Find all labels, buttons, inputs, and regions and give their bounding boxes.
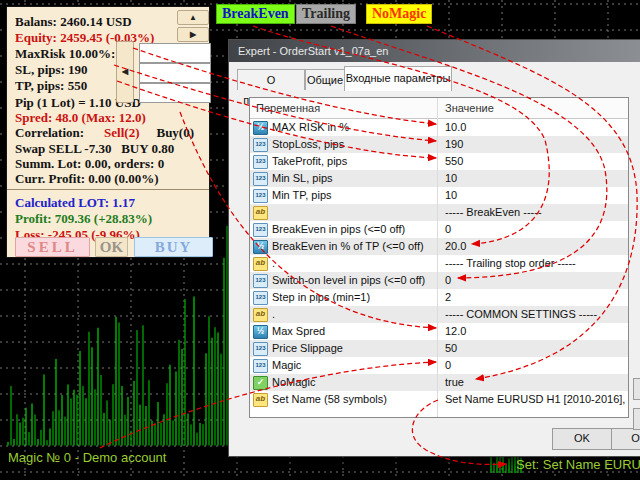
- param-value[interactable]: ----- BreakEven -----: [445, 204, 542, 221]
- param-row[interactable]: 123Price Slippage50: [250, 340, 628, 357]
- param-row[interactable]: 123Min TP, pips10: [250, 187, 628, 204]
- table-rows: ½MAX RISK in %10.0123StopLoss, pips19012…: [250, 119, 628, 408]
- tab-common[interactable]: Общие: [305, 69, 345, 90]
- param-row[interactable]: ½MAX RISK in %10.0: [250, 119, 628, 136]
- param-row[interactable]: ✓NoMagictrue: [250, 374, 628, 391]
- param-label: .: [272, 255, 275, 272]
- param-value[interactable]: 550: [445, 153, 463, 170]
- dialog-ok-button[interactable]: OK: [552, 428, 612, 450]
- summ-lot-text: Summ. Lot: 0.00, orders: 0: [15, 157, 164, 171]
- param-value[interactable]: 0: [445, 357, 451, 374]
- sl-input[interactable]: [139, 63, 211, 83]
- dialog-titlebar[interactable]: Expert - OrderStart v1_07a_en: [229, 40, 640, 62]
- param-value[interactable]: 50: [445, 340, 457, 357]
- panel-ok-button[interactable]: OK: [95, 237, 128, 257]
- param-row[interactable]: ½BreakEven in % of TP (<=0 off)20.0: [250, 238, 628, 255]
- param-row[interactable]: 123Min SL, pips10: [250, 170, 628, 187]
- param-label: MAX RISK in %: [272, 119, 349, 136]
- correlation-label: Correlation:: [15, 125, 84, 140]
- param-row[interactable]: 123BreakEven in pips (<=0 off)0: [250, 221, 628, 238]
- half-icon: ½: [253, 325, 268, 339]
- param-label: BreakEven in % of TP (<=0 off): [272, 238, 424, 255]
- panel-divider: [7, 189, 209, 190]
- tab-about[interactable]: О программе: [237, 69, 305, 90]
- curr-profit-text: Curr. Profit: 0.00 (0.00%): [15, 172, 159, 186]
- param-value[interactable]: true: [445, 374, 464, 391]
- ab-icon: ab: [253, 393, 268, 407]
- right-arrow-icon: ▶: [190, 30, 196, 39]
- param-row[interactable]: ab.----- COMMON SETTINGS -----: [250, 306, 628, 323]
- param-value[interactable]: 0: [445, 221, 451, 238]
- ab-icon: ab: [253, 257, 268, 271]
- param-row[interactable]: 123StopLoss, pips190: [250, 136, 628, 153]
- param-label: NoMagic: [272, 374, 315, 391]
- param-value[interactable]: Set Name EURUSD H1 [2010-2016], etc...: [445, 391, 629, 408]
- param-label: .: [272, 306, 275, 323]
- table-header[interactable]: Переменная Значение: [250, 98, 628, 119]
- param-value[interactable]: 10: [445, 187, 457, 204]
- numeric-icon: 123: [253, 274, 268, 288]
- panel-up-button[interactable]: ▲: [177, 10, 209, 25]
- param-row[interactable]: 123Switch-on level in pips (<=0 off)0: [250, 272, 628, 289]
- param-value[interactable]: ----- COMMON SETTINGS -----: [445, 306, 597, 323]
- buy-button[interactable]: BUY: [134, 237, 213, 257]
- dialog-title: Expert - OrderStart v1_07a_en: [238, 45, 388, 57]
- correlation-buy: Buy(0): [156, 125, 194, 140]
- nomagic-chip[interactable]: NoMagic: [366, 4, 432, 24]
- dialog-cancel-button[interactable]: Отмена: [611, 428, 640, 450]
- param-row[interactable]: 123Step in pips (min=1)2: [250, 289, 628, 306]
- set-status-text: Set: Set Name EURUS: [516, 457, 640, 472]
- param-label: StopLoss, pips: [272, 136, 344, 153]
- expert-properties-dialog: Expert - OrderStart v1_07a_en О программ…: [228, 39, 640, 457]
- swap-text: Swap SELL -7.30 BUY 0.80: [15, 142, 174, 156]
- half-icon: ½: [253, 240, 268, 254]
- numeric-icon: 123: [253, 138, 268, 152]
- terminal-screen: Balans: 2460.14 USD Equity: 2459.45 (-0.…: [0, 0, 640, 480]
- param-label: Min TP, pips: [272, 187, 332, 204]
- param-value[interactable]: 20.0: [445, 238, 466, 255]
- param-row[interactable]: abSet Name (58 symbols)Set Name EURUSD H…: [250, 391, 628, 408]
- sell-button[interactable]: SELL: [15, 237, 90, 257]
- load-button[interactable]: [633, 378, 640, 400]
- param-value[interactable]: 10.0: [445, 119, 466, 136]
- param-value[interactable]: 0: [445, 272, 451, 289]
- numeric-icon: 123: [253, 189, 268, 203]
- bool-icon: ✓: [253, 376, 268, 390]
- param-label: Step in pips (min=1): [272, 289, 370, 306]
- param-label: Min SL, pips: [272, 170, 333, 187]
- param-value[interactable]: ----- Trailing stop order -----: [445, 255, 576, 272]
- numeric-icon: 123: [253, 291, 268, 305]
- param-value[interactable]: 10: [445, 170, 457, 187]
- ab-icon: ab: [253, 206, 268, 220]
- sl-text: SL, pips: 190: [15, 63, 88, 77]
- param-label: Price Slippage: [272, 340, 343, 357]
- panel-next-button[interactable]: ▶: [177, 27, 209, 42]
- param-label: Switch-on level in pips (<=0 off): [272, 272, 425, 289]
- param-row[interactable]: ab.----- Trailing stop order -----: [250, 255, 628, 272]
- breakeven-chip[interactable]: BreakEven: [216, 4, 295, 24]
- param-value[interactable]: 12.0: [445, 323, 466, 340]
- maxrisk-text: MaxRisk 10.00%:: [15, 47, 115, 61]
- calculated-lot-text: Calculated LOT: 1.17: [15, 196, 135, 210]
- trailing-chip[interactable]: Trailing: [296, 4, 356, 24]
- tab-inputs[interactable]: Входные параметры: [344, 66, 452, 91]
- balance-text: Balans: 2460.14 USD: [15, 15, 132, 29]
- correlation-text: Correlation:Sell(2)Buy(0): [15, 126, 194, 140]
- param-value[interactable]: 190: [445, 136, 463, 153]
- column-header-value[interactable]: Значение: [445, 98, 494, 118]
- param-label: BreakEven in pips (<=0 off): [272, 221, 405, 238]
- param-row[interactable]: ab----- BreakEven -----: [250, 204, 628, 221]
- param-row[interactable]: 123Magic0: [250, 357, 628, 374]
- column-header-variable[interactable]: Переменная: [256, 98, 320, 118]
- column-divider: [437, 98, 438, 417]
- param-row[interactable]: 123TakeProfit, pips550: [250, 153, 628, 170]
- half-icon: ½: [253, 121, 268, 135]
- spread-text: Spred: 48.0 (Max: 12.0): [15, 111, 146, 125]
- param-value[interactable]: 2: [445, 289, 451, 306]
- save-button[interactable]: [633, 408, 640, 430]
- panel-prev-button[interactable]: ◀: [116, 41, 134, 103]
- tp-input[interactable]: [139, 83, 211, 103]
- tp-text: TP, pips: 550: [15, 79, 87, 93]
- maxrisk-input[interactable]: [139, 43, 211, 63]
- param-row[interactable]: ½Max Spred12.0: [250, 323, 628, 340]
